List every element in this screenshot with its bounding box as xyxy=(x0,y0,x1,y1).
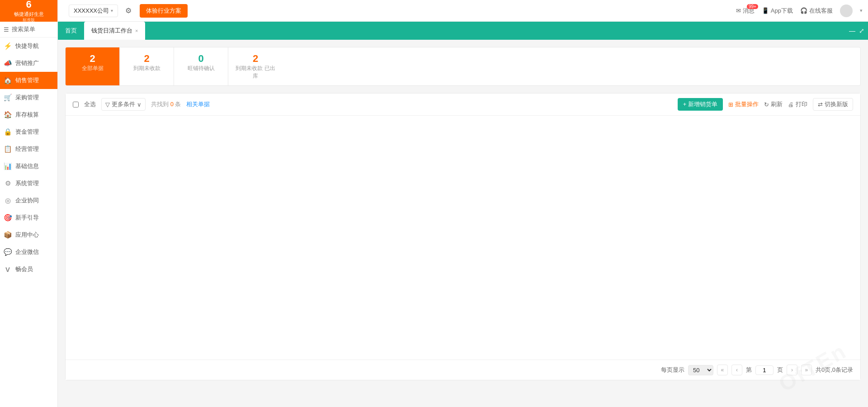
tab-bar-actions: — ⤢ xyxy=(849,27,868,34)
company-selector[interactable]: XXXXXX公司 ▾ xyxy=(69,5,118,17)
app-download-button[interactable]: 📱 App下载 xyxy=(762,7,793,15)
sidebar-label-member: 畅会员 xyxy=(15,265,33,273)
filter-button[interactable]: ▽ 更多条件 ∨ xyxy=(101,98,146,111)
tab-minimize-btn[interactable]: — xyxy=(849,27,855,34)
message-icon: ✉ xyxy=(736,7,741,14)
tab-active[interactable]: 钱货日清工作台 × xyxy=(84,22,145,40)
batch-operation-button[interactable]: ⊞ 批量操作 xyxy=(728,100,759,108)
sidebar-label-cooperation: 企业协同 xyxy=(15,196,39,205)
select-all-checkbox[interactable] xyxy=(73,102,79,108)
sidebar-item-purchase[interactable]: 🛒 采购管理 xyxy=(0,89,57,106)
sidebar-item-inventory[interactable]: 🏠 库存核算 xyxy=(0,106,57,123)
stats-count-pending: 0 xyxy=(181,53,221,65)
stats-tab-overdue[interactable]: 2 到期未收款 xyxy=(120,47,174,85)
marketing-icon: 📣 xyxy=(4,59,12,67)
sales-icon: 🏠 xyxy=(4,76,12,84)
user-name: ▾ xyxy=(860,8,863,14)
stats-label-overdue: 到期未收款 xyxy=(133,65,160,71)
sidebar-search-label: 搜索菜单 xyxy=(12,25,35,33)
sidebar-label-quick-nav: 快捷导航 xyxy=(15,42,39,50)
sidebar-label-marketing: 营销推广 xyxy=(15,59,39,67)
switch-version-button[interactable]: ⇄ 切换新版 xyxy=(813,98,853,111)
online-service-icon: 🎧 xyxy=(800,7,807,14)
sidebar-item-basic-info[interactable]: 📊 基础信息 xyxy=(0,158,57,175)
sidebar-label-guide: 新手引导 xyxy=(15,214,39,222)
next-page-button[interactable]: › xyxy=(787,365,797,375)
toolbar: 全选 ▽ 更多条件 ∨ 共找到 0 条 相关单据 + 新增销货单 ⊞ 批量操作 … xyxy=(66,94,860,116)
found-unit: 条 xyxy=(175,101,181,108)
content-panel: 全选 ▽ 更多条件 ∨ 共找到 0 条 相关单据 + 新增销货单 ⊞ 批量操作 … xyxy=(65,93,861,380)
page-prefix: 第 xyxy=(746,366,752,374)
sidebar-label-app-center: 应用中心 xyxy=(15,231,39,239)
stats-tab-overdue-out[interactable]: 2 到期未收款 已出库 xyxy=(228,47,283,85)
sidebar-item-quick-nav[interactable]: ⚡ 快捷导航 xyxy=(0,37,57,55)
cooperation-icon: ◎ xyxy=(4,196,12,205)
tab-home-label: 首页 xyxy=(65,27,77,35)
company-dropdown-icon: ▾ xyxy=(111,8,113,13)
app-download-icon: 📱 xyxy=(762,7,769,14)
avatar xyxy=(840,5,853,17)
stats-tab-all[interactable]: 2 全部单据 xyxy=(66,47,120,85)
first-page-button[interactable]: « xyxy=(717,365,728,375)
company-name: XXXXXX公司 xyxy=(74,7,109,15)
member-icon: V xyxy=(4,266,12,273)
filter-icon: ▽ xyxy=(105,101,110,108)
stats-label-overdue-out: 到期未收款 已出库 xyxy=(236,65,275,79)
sidebar-item-operation[interactable]: 📋 经营管理 xyxy=(0,140,57,158)
tab-home[interactable]: 首页 xyxy=(58,22,84,40)
sidebar-search[interactable]: ☰ 搜索菜单 xyxy=(0,22,57,37)
sidebar-item-member[interactable]: V 畅会员 xyxy=(0,261,57,278)
finance-icon: 🔒 xyxy=(4,128,12,136)
sidebar-item-marketing[interactable]: 📣 营销推广 xyxy=(0,55,57,72)
inventory-icon: 🏠 xyxy=(4,111,12,119)
operation-icon: 📋 xyxy=(4,145,12,153)
settings-button[interactable]: ⚙ xyxy=(122,4,135,18)
user-arrow: ▾ xyxy=(860,8,863,14)
sidebar-item-weixin[interactable]: 💬 企业微信 xyxy=(0,243,57,261)
refresh-icon: ↻ xyxy=(764,101,769,108)
last-page-button[interactable]: » xyxy=(801,365,812,375)
stats-count-overdue: 2 xyxy=(127,53,166,65)
online-service-button[interactable]: 🎧 在线客服 xyxy=(800,7,833,15)
tab-close-icon[interactable]: × xyxy=(135,28,138,33)
prev-page-button[interactable]: ‹ xyxy=(731,365,742,375)
sidebar-item-cooperation[interactable]: ◎ 企业协同 xyxy=(0,192,57,209)
print-icon: 🖨 xyxy=(788,101,794,108)
total-label: 共0页,0条记录 xyxy=(816,366,853,374)
page-number-input[interactable] xyxy=(755,365,774,375)
search-menu-icon: ☰ xyxy=(4,26,9,33)
sidebar-item-guide[interactable]: 🎯 新手引导 xyxy=(0,209,57,226)
sidebar-item-system[interactable]: ⚙ 系统管理 xyxy=(0,175,57,192)
page-suffix: 页 xyxy=(777,366,783,374)
sidebar: 6 畅捷通好生意 标准版 ☰ 搜索菜单 ⚡ 快捷导航 📣 营销推广 🏠 销售管理… xyxy=(0,0,58,407)
sidebar-item-sales[interactable]: 🏠 销售管理 xyxy=(0,72,57,89)
print-button[interactable]: 🖨 打印 xyxy=(788,100,807,108)
select-all-label: 全选 xyxy=(84,100,96,108)
related-link[interactable]: 相关单据 xyxy=(186,100,210,108)
stats-tab-pending[interactable]: 0 旺铺待确认 xyxy=(174,47,228,85)
sidebar-label-inventory: 库存核算 xyxy=(15,111,39,119)
online-service-label: 在线客服 xyxy=(809,7,833,15)
sidebar-item-app-center[interactable]: 📦 应用中心 xyxy=(0,226,57,243)
sidebar-item-finance[interactable]: 🔒 资金管理 xyxy=(0,123,57,140)
purchase-icon: 🛒 xyxy=(4,94,12,102)
messages-button[interactable]: ✉ 消息 99+ xyxy=(736,7,755,15)
trial-button[interactable]: 体验行业方案 xyxy=(140,4,188,18)
per-page-select[interactable]: 50 100 200 xyxy=(688,365,713,375)
app-name: 畅捷通好生意 xyxy=(14,11,44,17)
switch-icon: ⇄ xyxy=(818,101,823,108)
sidebar-label-purchase: 采购管理 xyxy=(15,94,39,102)
sidebar-label-operation: 经营管理 xyxy=(15,145,39,153)
refresh-button[interactable]: ↻ 刷新 xyxy=(764,100,783,108)
stats-label-pending: 旺铺待确认 xyxy=(188,65,215,71)
stats-count-overdue-out: 2 xyxy=(236,53,275,65)
tab-maximize-btn[interactable]: ⤢ xyxy=(859,27,864,34)
sidebar-label-finance: 资金管理 xyxy=(15,128,39,136)
tab-bar: 首页 钱货日清工作台 × — ⤢ xyxy=(58,22,868,40)
stats-count-all: 2 xyxy=(73,53,112,65)
batch-icon: ⊞ xyxy=(728,101,733,108)
add-sales-order-button[interactable]: + 新增销货单 xyxy=(678,98,723,111)
per-page-label: 每页显示 xyxy=(661,366,684,374)
found-prefix: 共找到 xyxy=(151,101,169,108)
stats-tabs: 2 全部单据 2 到期未收款 0 旺铺待确认 2 到期未收款 已出库 xyxy=(65,47,861,86)
